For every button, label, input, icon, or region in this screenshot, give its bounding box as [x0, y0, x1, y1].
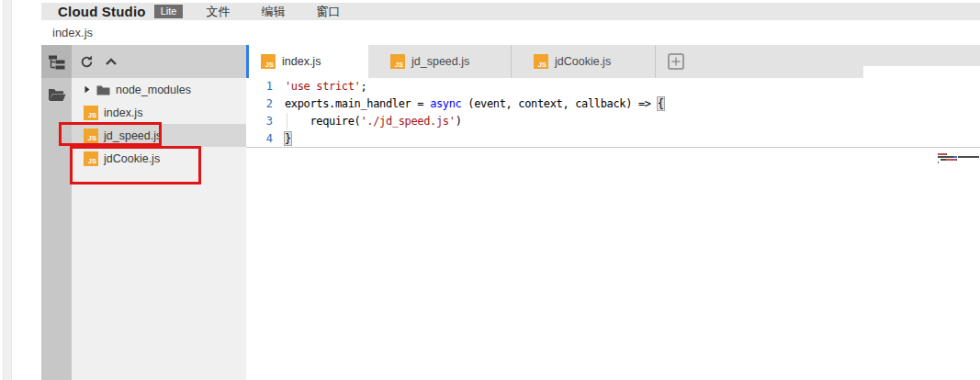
tab-label: index.js — [282, 55, 321, 68]
outline-tree-icon — [48, 54, 66, 70]
code-line-1[interactable]: 'use strict'; — [246, 78, 980, 95]
tab-label: jdCookie.js — [555, 55, 611, 68]
folder-view-button[interactable] — [41, 78, 72, 111]
lite-badge: Lite — [154, 5, 184, 18]
explorer-toolbar — [72, 45, 246, 78]
file-explorer-sidebar: node_modulesJSindex.jsJSjd_speed.jsJSjdC… — [72, 45, 246, 380]
editor-tab-bar: JSindex.jsJSjd_speed.jsJSjdCookie.js — [246, 45, 980, 78]
collapse-icon[interactable] — [105, 57, 118, 66]
js-file-icon: JS — [84, 129, 98, 143]
open-folder-icon — [48, 88, 66, 102]
tabs: JSindex.jsJSjd_speed.jsJSjdCookie.js — [246, 45, 656, 78]
expand-arrow-icon — [84, 85, 91, 94]
tree-item-label: node_modules — [116, 84, 191, 96]
tree-item-label: index.js — [104, 106, 142, 119]
tab-index-js[interactable]: JSindex.js — [246, 45, 368, 78]
menu-item-2[interactable]: 窗口 — [316, 4, 340, 20]
tab-label: jd_speed.js — [411, 55, 469, 68]
js-file-icon: JS — [84, 151, 98, 166]
tree-item-jdCookie-js[interactable]: JSjdCookie.js — [72, 147, 246, 170]
new-tab-button[interactable] — [668, 53, 684, 70]
tree-item-label: jd_speed.js — [104, 129, 162, 142]
breadcrumb: index.js — [52, 26, 93, 39]
menu-list: 文件编辑窗口 — [206, 4, 340, 20]
activity-bar — [41, 45, 72, 380]
tree-item-index-js[interactable]: JSindex.js — [72, 101, 246, 124]
new-tab-plus-icon — [670, 56, 681, 67]
menu-item-0[interactable]: 文件 — [206, 4, 230, 20]
tree-item-label: jdCookie.js — [104, 152, 160, 165]
tree-item-jd_speed-js[interactable]: JSjd_speed.js — [72, 124, 246, 147]
minimap[interactable] — [938, 153, 980, 164]
js-file-icon: JS — [84, 106, 98, 120]
code-content: 'use strict';exports.main_handler = asyn… — [246, 78, 980, 148]
app-logo: Cloud Studio — [58, 4, 146, 19]
code-line-2[interactable]: exports.main_handler = async (event, con… — [246, 95, 980, 113]
js-file-icon: JS — [390, 54, 405, 69]
tab-jd_speed-js[interactable]: JSjd_speed.js — [368, 45, 512, 78]
file-tree: node_modulesJSindex.jsJSjd_speed.jsJSjdC… — [72, 78, 246, 170]
refresh-icon[interactable] — [80, 55, 94, 69]
tabstrip-right-gap — [863, 66, 980, 78]
indent-guide — [287, 113, 287, 130]
top-menu-bar: Cloud Studio Lite 文件编辑窗口 — [41, 3, 980, 20]
code-editor[interactable]: 1234 'use strict';exports.main_handler =… — [246, 78, 980, 380]
page-scrollbar[interactable] — [3, 0, 12, 380]
tab-jdCookie-js[interactable]: JSjdCookie.js — [512, 45, 656, 78]
explorer-view-button[interactable] — [41, 45, 72, 78]
js-file-icon: JS — [261, 54, 276, 69]
menu-item-1[interactable]: 编辑 — [261, 4, 285, 20]
js-file-icon: JS — [534, 54, 548, 69]
code-line-4[interactable]: } — [246, 130, 980, 148]
code-line-3[interactable]: require('./jd_speed.js') — [246, 113, 980, 130]
folder-icon — [96, 84, 110, 95]
breadcrumb-bar: index.js — [41, 20, 980, 45]
tree-item-node_modules[interactable]: node_modules — [72, 78, 246, 101]
